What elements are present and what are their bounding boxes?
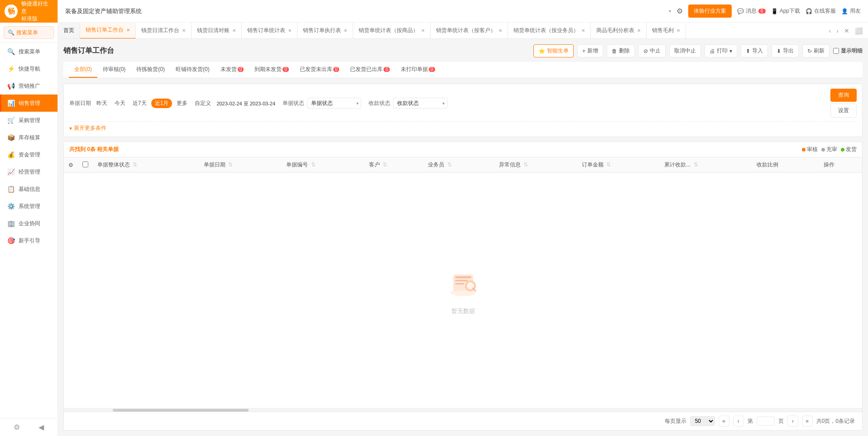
- add-button[interactable]: + 新增: [577, 44, 603, 57]
- tab-sales-stats[interactable]: 销售订单统计表✕: [242, 23, 297, 39]
- sub-tab-shipped-not-out[interactable]: 已发货未出库0: [294, 62, 345, 78]
- user-button[interactable]: 👤 用友: [841, 7, 861, 15]
- sort-date-icon[interactable]: ⇅: [228, 161, 233, 168]
- status-select[interactable]: 单据状态: [307, 98, 361, 109]
- prev-page-button[interactable]: ‹: [733, 416, 744, 427]
- date-option-近7天[interactable]: 近7天: [130, 99, 149, 108]
- sidebar-item-search[interactable]: 🔍搜索菜单: [0, 43, 58, 60]
- header-settings-icon[interactable]: ⚙: [676, 7, 683, 15]
- cancel-stop-button[interactable]: 取消中止: [669, 44, 701, 57]
- sort-customer-icon[interactable]: ⇅: [383, 161, 387, 168]
- online-support-button[interactable]: 🎧 在线客服: [806, 7, 836, 15]
- tab-sales-summary-product[interactable]: 销货单统计表（按商品）✕: [353, 23, 431, 39]
- tab-sales-workbench[interactable]: 销售订单工作台✕: [80, 23, 136, 39]
- sort-staff-icon[interactable]: ⇅: [447, 161, 452, 168]
- sidebar-item-quick-nav[interactable]: ⚡快捷导航: [0, 60, 58, 77]
- sidebar-item-sales[interactable]: 📊销售管理: [0, 95, 58, 112]
- sub-tab-expired-not-shipped[interactable]: 到期未发货0: [249, 62, 294, 78]
- first-page-button[interactable]: «: [719, 416, 729, 427]
- sort-abnormal-icon[interactable]: ⇅: [523, 161, 528, 168]
- tab-close-sales-summary-product[interactable]: ✕: [421, 28, 425, 33]
- select-all-checkbox[interactable]: [82, 161, 88, 167]
- sort-number-icon[interactable]: ⇅: [311, 161, 316, 168]
- tab-sales-summary-customer[interactable]: 销货单统计表（按客户）✕: [431, 23, 508, 39]
- tab-sales-exec[interactable]: 销售订单执行表✕: [297, 23, 353, 39]
- ship-action[interactable]: 发货: [841, 146, 857, 153]
- sub-tab-wangpu-pending[interactable]: 旺铺待发货(0): [170, 62, 215, 78]
- experience-button[interactable]: 体验行业方案: [688, 5, 732, 18]
- sub-tab-not-shipped[interactable]: 未发货0: [215, 62, 249, 78]
- date-option-今天[interactable]: 今天: [112, 99, 128, 108]
- tab-home[interactable]: 首页: [58, 23, 80, 39]
- sub-tab-pending-inspect[interactable]: 待拣验货(0): [131, 62, 170, 78]
- print-button[interactable]: 🖨 打印 ▾: [705, 44, 737, 57]
- scroll-thumb[interactable]: [113, 409, 249, 412]
- sort-amount-icon[interactable]: ⇅: [606, 161, 611, 168]
- smart-generate-button[interactable]: ⭐ 智能生单: [533, 44, 574, 57]
- stop-button[interactable]: ⊘ 中止: [638, 44, 666, 57]
- app-download-button[interactable]: 📱 App下载: [771, 7, 800, 15]
- cancel-review-action[interactable]: 充审: [821, 146, 837, 153]
- tab-close-sales-summary-customer[interactable]: ✕: [499, 28, 502, 33]
- tab-close-cash-daily[interactable]: ✕: [182, 28, 186, 33]
- sidebar-item-finance[interactable]: 💰资金管理: [0, 146, 58, 163]
- tab-sales-summary-staff[interactable]: 销货单统计表（按业务员）✕: [508, 23, 591, 39]
- collapse-icon[interactable]: ◀: [38, 423, 44, 431]
- last-page-button[interactable]: »: [802, 416, 813, 427]
- tab-cash-reconcile[interactable]: 钱货日清对账✕: [192, 23, 242, 39]
- tab-close-sales-gross[interactable]: ✕: [676, 28, 680, 33]
- delete-button[interactable]: 🗑 删除: [607, 44, 635, 57]
- show-detail-checkbox-label[interactable]: 显示明细: [833, 47, 863, 55]
- date-option-昨天[interactable]: 昨天: [94, 99, 110, 108]
- tab-close-gross-profit[interactable]: ✕: [637, 28, 641, 33]
- sidebar-item-marketing[interactable]: 📢营销推广: [0, 77, 58, 95]
- tab-sales-gross[interactable]: 销售毛利✕: [647, 23, 686, 39]
- message-button[interactable]: 💬 消息 6: [737, 7, 766, 15]
- filter-settings-button[interactable]: 设置: [830, 104, 857, 118]
- tab-prev-button[interactable]: ‹: [827, 26, 833, 35]
- sub-tab-not-printed[interactable]: 未打印单据0: [395, 62, 441, 78]
- review-action[interactable]: 审核: [802, 146, 818, 153]
- sub-tab-pending-review[interactable]: 待审核(0): [97, 62, 131, 78]
- tab-maximize-button[interactable]: ⬜: [853, 26, 864, 35]
- search-menu-button[interactable]: 🔍 搜索菜单: [4, 26, 54, 39]
- tab-close-sales-workbench[interactable]: ✕: [126, 28, 130, 33]
- tab-close-sales-exec[interactable]: ✕: [344, 28, 347, 33]
- horizontal-scrollbar[interactable]: [64, 408, 862, 412]
- expand-filter-button[interactable]: ▾ 展开更多条件: [69, 124, 857, 132]
- settings-icon[interactable]: ⚙: [14, 423, 20, 431]
- sort-status-icon[interactable]: ⇅: [133, 161, 137, 168]
- sidebar-item-purchase[interactable]: 🛒采购管理: [0, 112, 58, 129]
- sidebar-item-guide[interactable]: 🎯新手引导: [0, 232, 58, 249]
- import-button[interactable]: ⬆ 导入: [741, 44, 768, 57]
- tab-close-sales-stats[interactable]: ✕: [288, 28, 292, 33]
- page-number-input[interactable]: 1: [757, 417, 775, 426]
- tab-gross-profit[interactable]: 商品毛利分析表✕: [591, 23, 647, 39]
- date-option-更多[interactable]: 更多: [174, 99, 190, 108]
- tab-bar-actions: ‹ › ✕ ⬜: [824, 26, 868, 35]
- tab-label-sales-stats: 销售订单统计表: [247, 27, 285, 34]
- tab-close-cash-reconcile[interactable]: ✕: [232, 28, 236, 33]
- export-button[interactable]: ⬇ 导出: [772, 44, 799, 57]
- next-page-button[interactable]: ›: [787, 416, 798, 427]
- date-option-近1月[interactable]: 近1月: [151, 99, 173, 108]
- sidebar-item-enterprise[interactable]: 🏢企业协同: [0, 215, 58, 232]
- tab-cash-daily[interactable]: 钱货日清工作台✕: [136, 23, 192, 39]
- sidebar-item-system[interactable]: ⚙️系统管理: [0, 198, 58, 215]
- system-title-dropdown[interactable]: ▾: [669, 9, 671, 14]
- date-option-自定义[interactable]: 自定义: [192, 99, 214, 108]
- tab-next-button[interactable]: ›: [834, 26, 840, 35]
- tab-close-all-button[interactable]: ✕: [842, 26, 851, 35]
- show-detail-checkbox[interactable]: [833, 48, 839, 54]
- tab-close-sales-summary-staff[interactable]: ✕: [581, 28, 585, 33]
- sub-tab-shipped-out[interactable]: 已发货已出库0: [345, 62, 395, 78]
- query-button[interactable]: 查询: [830, 89, 857, 102]
- sub-tab-all[interactable]: 全部(0): [69, 62, 97, 78]
- refresh-button[interactable]: ↻ 刷新: [802, 44, 830, 57]
- per-page-select[interactable]: 50 10 20 100: [690, 416, 715, 426]
- sidebar-item-basic[interactable]: 📋基础信息: [0, 180, 58, 198]
- sort-collected-icon[interactable]: ⇅: [694, 161, 698, 168]
- sidebar-item-inventory[interactable]: 📦库存核算: [0, 129, 58, 146]
- sidebar-item-operation[interactable]: 📈经营管理: [0, 163, 58, 180]
- payment-select[interactable]: 收款状态: [393, 98, 447, 109]
